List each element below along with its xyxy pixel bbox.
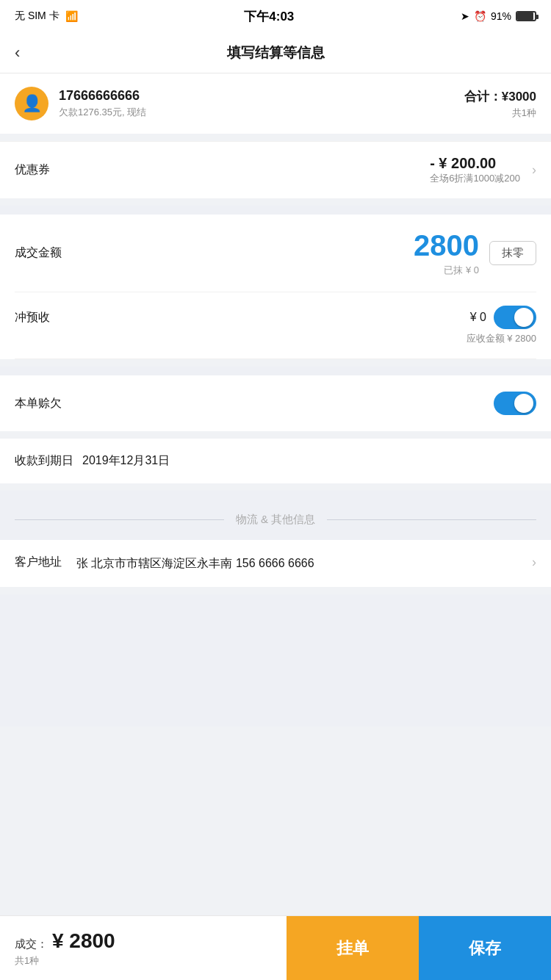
- hold-button[interactable]: 挂单: [287, 916, 419, 981]
- bottom-count: 共1种: [15, 954, 272, 968]
- wifi-icon: 📶: [65, 10, 78, 22]
- save-button[interactable]: 保存: [419, 916, 551, 981]
- address-section[interactable]: 客户地址 张 北京市市辖区海淀区永丰南 156 6666 6666 ›: [0, 540, 551, 587]
- date-row: 收款到期日 2019年12月31日: [15, 453, 536, 469]
- bottom-deal-label: 成交：: [15, 937, 48, 951]
- toggle-knob: [514, 308, 533, 327]
- deal-label: 成交金额: [15, 245, 73, 261]
- status-bar: 无 SIM 卡 📶 下午4:03 ➤ ⏰ 91%: [0, 0, 551, 32]
- total-count: 共1种: [464, 107, 536, 120]
- coupon-section[interactable]: 优惠券 - ¥ 200.00 全场6折满1000减200 ›: [0, 141, 551, 198]
- amount-col: 2800 已抹 ¥ 0: [414, 229, 479, 277]
- section-divider-2: [0, 367, 551, 375]
- address-chevron-icon: ›: [532, 555, 536, 570]
- deal-amount: 2800: [414, 229, 479, 262]
- bend-toggle[interactable]: [494, 392, 536, 415]
- coupon-right: - ¥ 200.00 全场6折满1000减200 ›: [430, 155, 536, 185]
- date-section: 收款到期日 2019年12月31日: [0, 439, 551, 483]
- chong-top: 冲预收 ¥ 0: [15, 306, 536, 329]
- coupon-desc: 全场6折满1000减200: [430, 172, 520, 185]
- avatar: 👤: [15, 87, 48, 120]
- deal-amount-row: 成交金额 2800 已抹 ¥ 0 抹零: [15, 215, 536, 292]
- coupon-discount: - ¥ 200.00: [430, 155, 520, 172]
- customer-phone: 17666666666: [59, 88, 146, 104]
- battery-percent: 91%: [491, 10, 511, 22]
- logistics-line-left: [15, 519, 224, 520]
- status-left: 无 SIM 卡 📶: [15, 10, 78, 23]
- bottom-left: 成交： ¥ 2800 共1种: [0, 929, 287, 968]
- address-label: 客户地址: [15, 555, 66, 570]
- total-amount: 合计：¥3000: [464, 88, 536, 105]
- location-icon: ➤: [461, 10, 469, 22]
- date-label: 收款到期日: [15, 453, 73, 469]
- alarm-icon: ⏰: [474, 10, 486, 22]
- content: 👤 17666666666 欠款1276.35元, 现结 合计：¥3000 共1…: [0, 73, 551, 800]
- section-divider-1: [0, 206, 551, 215]
- customer-info: 17666666666 欠款1276.35元, 现结: [59, 88, 146, 119]
- bend-row: 本单赊欠: [15, 375, 536, 431]
- chevron-right-icon: ›: [532, 162, 536, 178]
- chong-label: 冲预收: [15, 310, 50, 325]
- bend-label: 本单赊欠: [15, 396, 62, 411]
- section-divider-3: [0, 491, 551, 500]
- chong-amount: ¥ 0: [470, 311, 486, 324]
- coupon-info: - ¥ 200.00 全场6折满1000减200: [430, 155, 520, 185]
- logistics-title: 物流 & 其他信息: [236, 513, 315, 527]
- chong-sub: 应收金额 ¥ 2800: [15, 332, 536, 345]
- customer-debt: 欠款1276.35元, 现结: [59, 106, 146, 119]
- deal-value: 2800 已抹 ¥ 0 抹零: [414, 229, 536, 277]
- gray-fill: [0, 594, 551, 727]
- status-right: ➤ ⏰ 91%: [461, 10, 536, 22]
- logistics-line-right: [327, 519, 536, 520]
- bottom-deal: 成交： ¥ 2800: [15, 929, 272, 953]
- back-button[interactable]: ‹: [15, 43, 20, 62]
- customer-left: 👤 17666666666 欠款1276.35元, 现结: [15, 87, 146, 120]
- address-left: 客户地址 张 北京市市辖区海淀区永丰南 156 6666 6666: [15, 555, 314, 572]
- bottom-bar: 成交： ¥ 2800 共1种 挂单 保存: [0, 915, 551, 980]
- chong-row: 冲预收 ¥ 0 应收金额 ¥ 2800: [15, 292, 536, 359]
- deal-sub: 已抹 ¥ 0: [414, 264, 479, 277]
- chong-right: ¥ 0: [470, 306, 536, 329]
- address-value: 张 北京市市辖区海淀区永丰南 156 6666 6666: [76, 555, 314, 572]
- round-button[interactable]: 抹零: [489, 241, 536, 265]
- form-section: 成交金额 2800 已抹 ¥ 0 抹零 冲预收 ¥ 0 应收金额: [0, 215, 551, 359]
- no-sim-text: 无 SIM 卡: [15, 10, 60, 23]
- customer-total: 合计：¥3000 共1种: [464, 88, 536, 120]
- bottom-deal-amount: ¥ 2800: [52, 929, 115, 953]
- customer-section: 👤 17666666666 欠款1276.35元, 现结 合计：¥3000 共1…: [0, 73, 551, 134]
- battery-icon: [516, 11, 536, 21]
- status-time: 下午4:03: [244, 8, 294, 25]
- bend-toggle-knob: [514, 394, 533, 413]
- nav-bar: ‹ 填写结算等信息: [0, 32, 551, 73]
- bend-section: 本单赊欠: [0, 375, 551, 431]
- page-title: 填写结算等信息: [227, 43, 325, 62]
- date-value: 2019年12月31日: [82, 453, 170, 469]
- logistics-header: 物流 & 其他信息: [0, 500, 551, 540]
- coupon-label: 优惠券: [15, 162, 50, 178]
- chong-toggle[interactable]: [494, 306, 536, 329]
